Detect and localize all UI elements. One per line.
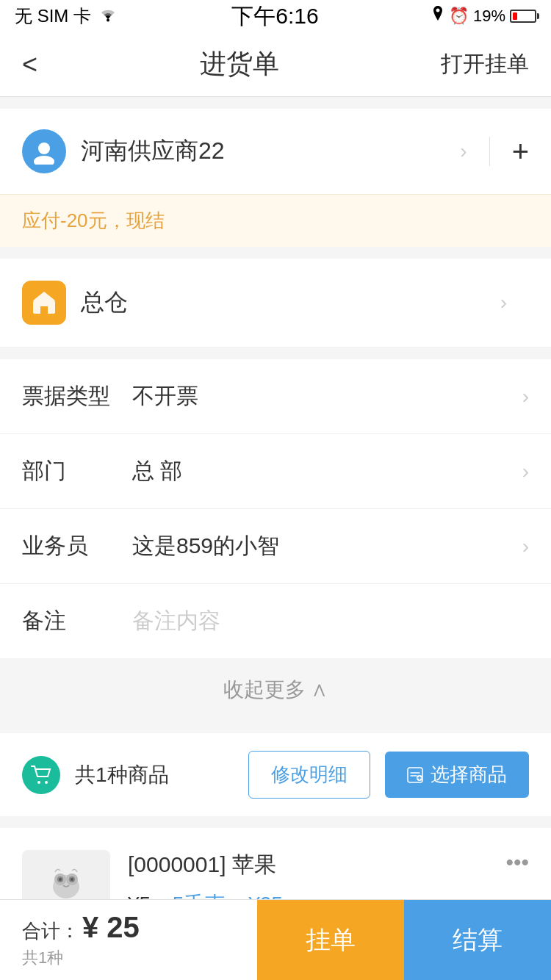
invoice-type-label: 票据类型	[22, 381, 125, 411]
wifi-icon	[97, 6, 119, 26]
status-time: 下午6:16	[231, 1, 318, 32]
back-button[interactable]: <	[22, 49, 37, 80]
divider	[489, 137, 490, 166]
invoice-type-chevron-icon: ›	[522, 385, 529, 408]
svg-point-15	[59, 878, 62, 881]
carrier-text: 无 SIM 卡	[15, 4, 91, 28]
invoice-type-row[interactable]: 票据类型 不开票 ›	[0, 359, 551, 434]
svg-point-7	[45, 781, 48, 784]
battery-percent: 19%	[473, 7, 505, 26]
department-label: 部门	[22, 456, 125, 486]
collapse-bar[interactable]: 收起更多 ∧	[0, 658, 551, 721]
add-button[interactable]: +	[512, 135, 529, 168]
notice-text: 应付-20元，现结	[22, 209, 165, 231]
status-indicators: ⏰ 19%	[431, 6, 536, 26]
edit-detail-button[interactable]: 修改明细	[248, 751, 370, 799]
supplier-avatar	[22, 129, 66, 173]
total-count: 共1种	[22, 947, 235, 969]
department-row[interactable]: 部门 总 部 ›	[0, 434, 551, 509]
svg-point-16	[71, 878, 73, 881]
notice-bar: 应付-20元，现结	[0, 194, 551, 247]
supplier-row[interactable]: 河南供应商22 › +	[0, 109, 551, 194]
status-bar: 无 SIM 卡 下午6:16 ⏰ 19%	[0, 0, 551, 32]
warehouse-label: 总仓	[81, 287, 500, 319]
status-carrier: 无 SIM 卡	[15, 4, 119, 28]
total-section: 合计： ¥ 25 共1种	[0, 900, 257, 980]
product-cart-icon	[22, 756, 60, 794]
supplier-section: 河南供应商22 › + 应付-20元，现结	[0, 109, 551, 247]
department-value: 总 部	[125, 456, 522, 486]
alarm-icon: ⏰	[449, 7, 469, 26]
remark-input[interactable]: 备注内容	[125, 606, 529, 636]
location-icon	[431, 6, 444, 26]
more-button[interactable]: •••	[505, 850, 529, 875]
product-name: [0000001] 苹果	[128, 850, 488, 880]
warehouse-chevron-icon: ›	[500, 291, 507, 314]
svg-point-0	[107, 19, 109, 22]
total-label: 合计：	[22, 918, 79, 944]
checkout-button[interactable]: 结算	[404, 900, 551, 980]
staff-label: 业务员	[22, 531, 125, 561]
svg-point-1	[38, 143, 50, 154]
nav-bar: < 进货单 打开挂单	[0, 32, 551, 97]
warehouse-icon	[22, 281, 66, 325]
svg-point-6	[37, 781, 40, 784]
department-chevron-icon: ›	[522, 460, 529, 483]
warehouse-row[interactable]: 总仓 ›	[0, 259, 551, 347]
remark-row[interactable]: 备注 备注内容	[0, 584, 551, 658]
staff-row[interactable]: 业务员 这是859的小智 ›	[0, 509, 551, 584]
select-product-label: 选择商品	[431, 762, 507, 788]
bottom-bar: 合计： ¥ 25 共1种 挂单 结算	[0, 899, 551, 980]
total-amount: ¥ 25	[82, 911, 140, 944]
svg-rect-5	[40, 306, 48, 314]
hang-button[interactable]: 挂单	[257, 900, 404, 980]
form-section: 票据类型 不开票 › 部门 总 部 › 业务员 这是859的小智 › 备注 备注…	[0, 359, 551, 658]
svg-marker-4	[33, 292, 55, 300]
svg-point-2	[34, 156, 54, 165]
staff-chevron-icon: ›	[522, 535, 529, 558]
product-count: 共1种商品	[75, 761, 234, 789]
supplier-chevron-icon: ›	[460, 140, 467, 163]
supplier-name: 河南供应商22	[81, 135, 460, 167]
staff-value: 这是859的小智	[125, 531, 522, 561]
battery-icon	[510, 10, 536, 23]
collapse-label: 收起更多 ∧	[223, 678, 328, 701]
select-product-button[interactable]: 选择商品	[385, 752, 529, 798]
invoice-type-value: 不开票	[125, 381, 522, 411]
page-title: 进货单	[200, 46, 279, 82]
remark-label: 备注	[22, 606, 125, 636]
product-header: 共1种商品 修改明细 选择商品	[0, 733, 551, 816]
open-pending-button[interactable]: 打开挂单	[441, 49, 529, 79]
